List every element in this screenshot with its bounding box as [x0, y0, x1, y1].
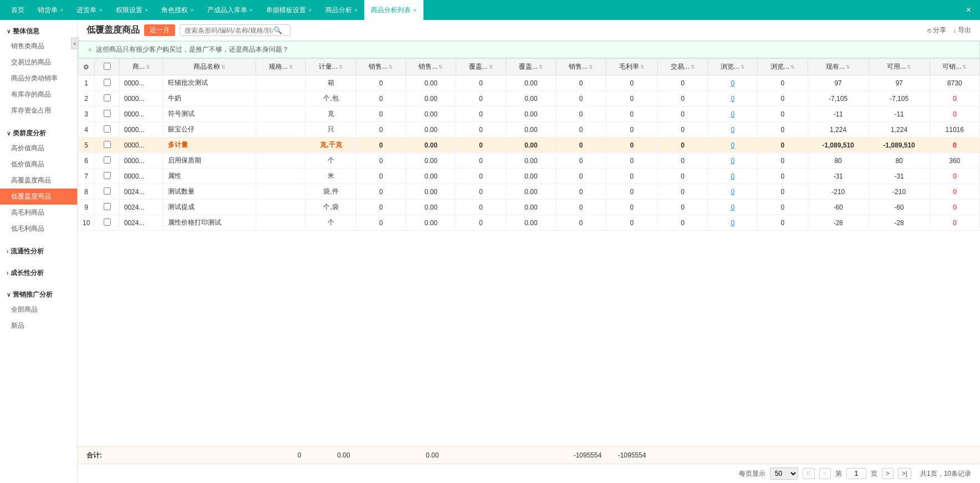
sidebar-group-liquidity[interactable]: › 流通性分析: [0, 243, 77, 258]
row-select-checkbox[interactable]: [104, 110, 111, 117]
per-page-select[interactable]: 102050100: [770, 467, 798, 480]
col-spec[interactable]: 规格...⇅: [256, 59, 306, 75]
sidebar-group-marketing[interactable]: ∨ 营销推广分析: [0, 287, 77, 302]
browse1-link[interactable]: 0: [731, 219, 734, 227]
col-checkbox-header[interactable]: [95, 59, 119, 75]
row-select-checkbox[interactable]: [104, 94, 111, 101]
row-checkbox[interactable]: [95, 200, 119, 215]
prev-page-button[interactable]: <: [819, 468, 831, 479]
row-browse1[interactable]: 0: [708, 106, 758, 122]
page-input[interactable]: [846, 468, 866, 479]
row-checkbox[interactable]: [95, 169, 119, 184]
browse1-link[interactable]: 0: [731, 79, 734, 87]
col-cover1[interactable]: 覆盖...⇅: [456, 59, 506, 75]
nav-purchase[interactable]: 进货单 ×: [70, 0, 109, 20]
nav-close-purchase[interactable]: ×: [99, 7, 102, 13]
sidebar-group-growth[interactable]: › 成长性分析: [0, 265, 77, 280]
row-checkbox[interactable]: [95, 138, 119, 153]
next-page-button[interactable]: >: [882, 468, 894, 479]
row-checkbox[interactable]: [95, 122, 119, 138]
row-browse1[interactable]: 0: [708, 91, 758, 106]
sidebar-collapse-button[interactable]: «: [71, 38, 79, 49]
col-unit[interactable]: 计量...⇅: [306, 59, 356, 75]
nav-close-role[interactable]: ×: [190, 7, 193, 13]
nav-close-analysis[interactable]: ×: [354, 7, 358, 13]
browse1-link[interactable]: 0: [731, 141, 734, 149]
browse1-link[interactable]: 0: [731, 110, 734, 118]
col-gear[interactable]: ⚙: [78, 59, 95, 75]
search-input[interactable]: [185, 27, 273, 34]
window-close-button[interactable]: ×: [962, 5, 976, 15]
col-cover2[interactable]: 覆盖...⇅: [506, 59, 556, 75]
col-sellable[interactable]: 可销...⇅: [930, 59, 979, 75]
sidebar-group-overall[interactable]: ∨ 整体信息: [0, 23, 77, 38]
row-checkbox[interactable]: [95, 91, 119, 106]
select-all-checkbox[interactable]: [104, 63, 111, 70]
col-margin[interactable]: 毛利率⇅: [606, 59, 657, 75]
nav-close-analysis-list[interactable]: ×: [413, 7, 416, 13]
nav-close-sales[interactable]: ×: [60, 7, 63, 13]
sidebar-item-inventory-funds[interactable]: 库存资金占用: [0, 103, 77, 119]
row-browse1[interactable]: 0: [708, 75, 758, 91]
share-button[interactable]: ⎋ 分享: [927, 26, 946, 35]
nav-permissions[interactable]: 权限设置 ×: [109, 0, 155, 20]
sidebar-item-low-coverage[interactable]: 低覆盖度商品: [0, 189, 77, 205]
col-browse1[interactable]: 浏览...⇅: [708, 59, 758, 75]
row-select-checkbox[interactable]: [104, 218, 111, 226]
row-checkbox[interactable]: [95, 184, 119, 200]
col-current[interactable]: 现有...⇅: [808, 59, 869, 75]
nav-close-permissions[interactable]: ×: [145, 7, 148, 13]
sidebar-item-high-coverage[interactable]: 高覆盖度商品: [0, 172, 77, 189]
col-sales3[interactable]: 销售...⇅: [556, 59, 606, 75]
row-select-checkbox[interactable]: [104, 172, 111, 179]
first-page-button[interactable]: K: [803, 468, 815, 479]
row-checkbox[interactable]: [95, 153, 119, 169]
row-checkbox[interactable]: [95, 215, 119, 231]
nav-close-template[interactable]: ×: [308, 7, 312, 13]
row-select-checkbox[interactable]: [104, 156, 111, 164]
row-select-checkbox[interactable]: [104, 203, 111, 210]
row-browse1[interactable]: 0: [708, 215, 758, 231]
sidebar-item-in-stock[interactable]: 有库存的商品: [0, 87, 77, 103]
row-browse1[interactable]: 0: [708, 184, 758, 200]
nav-sales[interactable]: 销货单 ×: [31, 0, 70, 20]
sidebar-item-traded-goods[interactable]: 交易过的商品: [0, 54, 77, 70]
col-sales2[interactable]: 销售...⇅: [406, 59, 456, 75]
row-browse1[interactable]: 0: [708, 200, 758, 215]
row-checkbox[interactable]: [95, 106, 119, 122]
col-name[interactable]: 商品名称⇅: [164, 59, 256, 75]
col-trade[interactable]: 交易...⇅: [657, 59, 707, 75]
nav-role-auth[interactable]: 角色授权 ×: [155, 0, 200, 20]
time-filter-button[interactable]: 近一月: [144, 24, 175, 36]
nav-product-inbound[interactable]: 产成品入库单 ×: [201, 0, 259, 20]
browse1-link[interactable]: 0: [731, 188, 734, 196]
row-select-checkbox[interactable]: [104, 141, 111, 148]
browse1-link[interactable]: 0: [731, 157, 734, 165]
last-page-button[interactable]: >|: [898, 468, 911, 479]
nav-product-analysis[interactable]: 商品分析 ×: [319, 0, 364, 20]
row-browse1[interactable]: 0: [708, 138, 758, 153]
row-browse1[interactable]: 0: [708, 122, 758, 138]
sidebar-item-low-margin[interactable]: 低毛利商品: [0, 221, 77, 237]
sidebar-item-low-value[interactable]: 低价值商品: [0, 156, 77, 172]
sidebar-item-new-goods[interactable]: 新品: [0, 318, 77, 334]
browse1-link[interactable]: 0: [731, 172, 734, 180]
sidebar-item-all-goods[interactable]: 全部商品: [0, 302, 77, 318]
row-select-checkbox[interactable]: [104, 125, 111, 133]
col-available[interactable]: 可用...⇅: [869, 59, 930, 75]
row-browse1[interactable]: 0: [708, 169, 758, 184]
nav-analysis-list[interactable]: 商品分析列表 ×: [364, 0, 423, 20]
export-button[interactable]: ↓ 导出: [953, 26, 971, 35]
row-checkbox[interactable]: [95, 75, 119, 91]
nav-template-settings[interactable]: 单据模板设置 ×: [259, 0, 318, 20]
sidebar-item-high-value[interactable]: 高价值商品: [0, 140, 77, 156]
sidebar-group-cluster[interactable]: ∨ 类群度分析: [0, 125, 77, 140]
col-sales1[interactable]: 销售...⇅: [356, 59, 406, 75]
browse1-link[interactable]: 0: [731, 204, 734, 211]
nav-close-product-inbound[interactable]: ×: [249, 7, 253, 13]
sidebar-item-sales-goods[interactable]: 销售类商品: [0, 38, 77, 54]
sidebar-item-high-margin[interactable]: 高毛利商品: [0, 205, 77, 221]
browse1-link[interactable]: 0: [731, 126, 734, 134]
row-select-checkbox[interactable]: [104, 187, 111, 195]
col-code[interactable]: 商...⇅: [119, 59, 163, 75]
